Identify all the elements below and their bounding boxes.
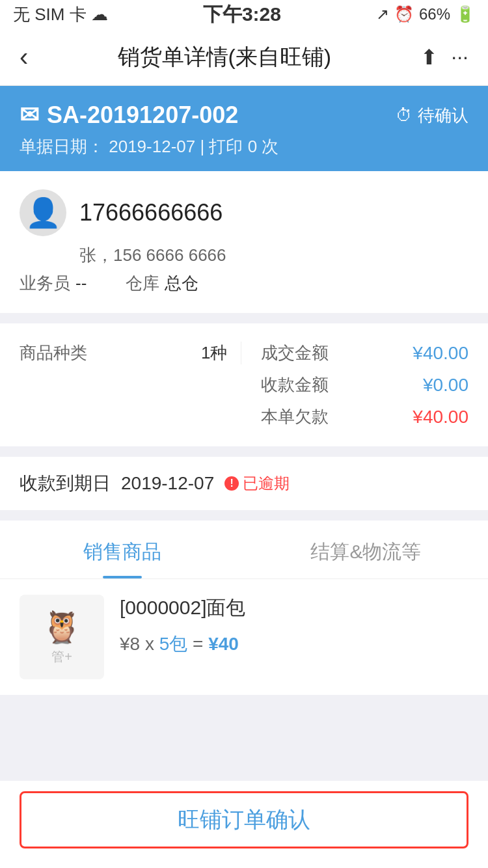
- gps-icon: ↗: [376, 5, 389, 23]
- back-button[interactable]: ‹: [20, 42, 28, 72]
- stats-right: 成交金额 ¥40.00 收款金额 ¥0.00 本单欠款 ¥40.00: [241, 342, 469, 428]
- category-label: 商品种类: [20, 342, 87, 364]
- status-left: 无 SIM 卡 ☁: [13, 3, 108, 26]
- sales-value: --: [75, 273, 87, 293]
- received-label: 收款金额: [261, 373, 329, 396]
- battery-label: 66%: [419, 5, 450, 23]
- product-name-text: 面包: [206, 597, 245, 618]
- due-date-section: 收款到期日 2019-12-07 ! 已逾期: [0, 457, 488, 510]
- product-total: ¥40: [208, 634, 239, 654]
- status-right: ↗ ⏰ 66% 🔋: [376, 5, 475, 23]
- date-label: 单据日期：: [20, 137, 104, 156]
- stats-left: 商品种类 1种: [20, 342, 241, 364]
- amount-label: 成交金额: [261, 342, 329, 364]
- tab-products[interactable]: 销售商品: [0, 521, 244, 578]
- share-icon[interactable]: ⬆: [420, 45, 438, 70]
- category-row: 商品种类 1种: [20, 342, 228, 364]
- product-thumb-icon: 🦉: [42, 609, 81, 645]
- product-thumbnail: 🦉 管+: [20, 595, 104, 679]
- avatar: 👤: [20, 189, 66, 236]
- sim-label: 无 SIM 卡 ☁: [13, 3, 108, 26]
- amount-row: 成交金额 ¥40.00: [261, 342, 469, 364]
- product-item: 🦉 管+ [0000002]面包 ¥8 x 5包 = ¥40: [0, 579, 488, 695]
- order-header: ✉ SA-20191207-002 ⏱ 待确认 单据日期： 2019-12-07…: [0, 86, 488, 171]
- owed-row: 本单欠款 ¥40.00: [261, 405, 469, 428]
- order-date-row: 单据日期： 2019-12-07 | 打印 0 次: [20, 135, 468, 158]
- print-unit: 次: [262, 137, 278, 156]
- customer-name: 张，156 6666 6666: [79, 244, 468, 267]
- confirm-button-wrapper: 旺铺订单确认: [0, 781, 488, 868]
- product-qty: 5包: [159, 634, 188, 654]
- overdue-badge: ! 已逾期: [224, 473, 290, 494]
- tab-products-label: 销售商品: [83, 541, 161, 562]
- owed-value: ¥40.00: [413, 407, 468, 427]
- alarm-icon: ⏰: [394, 5, 414, 23]
- equals-sign: =: [187, 634, 208, 654]
- status-clock-icon: ⏱: [396, 105, 413, 126]
- status-time: 下午3:28: [203, 1, 281, 28]
- tab-settlement-label: 结算&物流等: [310, 541, 421, 562]
- status-bar: 无 SIM 卡 ☁ 下午3:28 ↗ ⏰ 66% 🔋: [0, 0, 488, 29]
- customer-meta: 业务员 -- 仓库 总仓: [20, 272, 468, 295]
- tabs-section: 销售商品 结算&物流等 🦉 管+ [0000002]面包 ¥8 x 5包 = ¥…: [0, 521, 488, 695]
- print-label: | 打印: [200, 137, 243, 156]
- order-status: ⏱ 待确认: [396, 104, 468, 127]
- product-info: [0000002]面包 ¥8 x 5包 = ¥40: [120, 595, 468, 657]
- order-icon: ✉: [20, 102, 39, 129]
- amount-value: ¥40.00: [413, 343, 468, 364]
- sales-item: 业务员 --: [20, 272, 87, 295]
- nav-left: ‹: [20, 42, 28, 72]
- more-icon[interactable]: ···: [451, 45, 468, 69]
- due-date-value: 2019-12-07: [121, 473, 214, 494]
- overdue-icon: !: [224, 476, 239, 491]
- page-title: 销货单详情(来自旺铺): [118, 42, 332, 72]
- overdue-text: 已逾期: [243, 473, 290, 494]
- order-id-text: SA-20191207-002: [47, 102, 238, 129]
- owed-label: 本单欠款: [261, 405, 329, 428]
- print-count: 0: [248, 137, 257, 156]
- date-value: 2019-12-07: [109, 137, 195, 156]
- tab-settlement[interactable]: 结算&物流等: [244, 521, 488, 578]
- customer-phone: 17666666666: [79, 199, 223, 226]
- product-thumb-text: 管+: [51, 648, 72, 666]
- customer-section: 👤 17666666666 张，156 6666 6666 业务员 -- 仓库 …: [0, 171, 488, 313]
- status-label: 待确认: [418, 104, 468, 127]
- warehouse-item: 仓库 总仓: [126, 272, 198, 295]
- product-code: [0000002]: [120, 597, 206, 618]
- warehouse-label: 仓库: [126, 272, 159, 295]
- due-label: 收款到期日: [20, 471, 111, 496]
- product-price: ¥8 x 5包 = ¥40: [120, 632, 468, 657]
- category-value: 1种: [201, 342, 227, 364]
- battery-icon: 🔋: [455, 5, 475, 23]
- product-name: [0000002]面包: [120, 595, 468, 621]
- stats-section: 商品种类 1种 成交金额 ¥40.00 收款金额 ¥0.00 本单欠款 ¥40.…: [0, 323, 488, 446]
- price-base: ¥8 x: [120, 634, 159, 654]
- nav-bar: ‹ 销货单详情(来自旺铺) ⬆ ···: [0, 29, 488, 86]
- warehouse-value: 总仓: [165, 272, 198, 295]
- tabs-row: 销售商品 结算&物流等: [0, 521, 488, 579]
- customer-row: 👤 17666666666: [20, 189, 468, 236]
- received-row: 收款金额 ¥0.00: [261, 373, 469, 396]
- sales-label: 业务员: [20, 272, 70, 295]
- nav-right: ⬆ ···: [420, 45, 468, 70]
- received-value: ¥0.00: [423, 375, 468, 396]
- order-id: ✉ SA-20191207-002: [20, 102, 238, 129]
- order-id-row: ✉ SA-20191207-002 ⏱ 待确认: [20, 102, 468, 129]
- avatar-icon: 👤: [25, 196, 61, 230]
- confirm-order-button[interactable]: 旺铺订单确认: [20, 791, 468, 848]
- confirm-button-label: 旺铺订单确认: [178, 805, 310, 835]
